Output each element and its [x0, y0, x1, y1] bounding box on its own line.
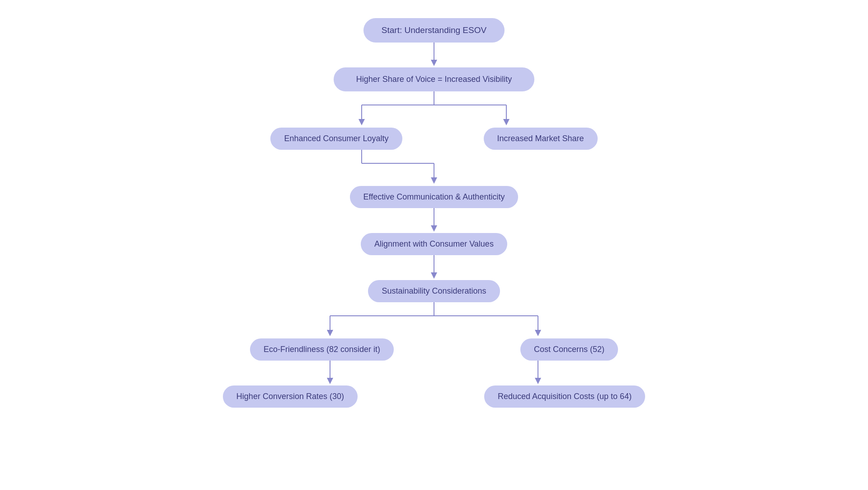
svg-marker-23 [327, 378, 333, 384]
node-increased-market: Increased Market Share [484, 128, 598, 150]
node-alignment: Alignment with Consumer Values [361, 233, 507, 255]
svg-marker-11 [431, 177, 437, 184]
node-cost-concerns: Cost Concerns (52) [520, 338, 618, 361]
node-sustainability: Sustainability Considerations [368, 280, 500, 302]
svg-marker-13 [431, 225, 437, 232]
node-enhanced-loyalty: Enhanced Consumer Loyalty [270, 128, 402, 150]
node-higher-sov: Higher Share of Voice = Increased Visibi… [334, 67, 534, 91]
arrow-1 [429, 43, 439, 67]
node-higher-conversion: Higher Conversion Rates (30) [223, 385, 358, 408]
arrow-2 [429, 208, 439, 233]
svg-marker-25 [535, 378, 541, 384]
arrow-3 [429, 255, 439, 280]
node-eco-friendliness: Eco-Friendliness (82 consider it) [250, 338, 394, 361]
svg-marker-19 [327, 330, 333, 336]
arrow-split-2 [294, 302, 574, 338]
svg-marker-1 [431, 60, 437, 66]
svg-marker-15 [431, 272, 437, 279]
arrow-merge-1 [316, 150, 552, 186]
node-effective-comm: Effective Communication & Authenticity [350, 186, 519, 208]
svg-marker-5 [359, 119, 365, 125]
node-reduced-acquisition: Reduced Acquisition Costs (up to 64) [484, 385, 645, 408]
arrow-split-3 [294, 361, 574, 385]
node-start: Start: Understanding ESOV [363, 18, 505, 43]
svg-marker-7 [503, 119, 509, 125]
svg-marker-21 [535, 330, 541, 336]
diagram-container: Start: Understanding ESOV Higher Share o… [0, 9, 868, 417]
arrow-split-1 [316, 91, 552, 128]
